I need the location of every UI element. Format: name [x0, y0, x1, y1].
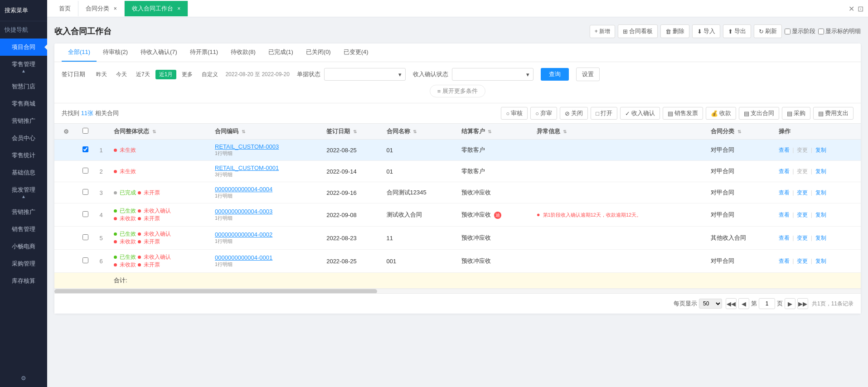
filter-tab-all[interactable]: 全部(11)	[62, 44, 97, 62]
contract-code-link-4[interactable]: 0000000000004-0003	[215, 208, 272, 215]
row-checkbox-3[interactable]	[82, 189, 88, 195]
close-button[interactable]: ⊘ 关闭	[560, 107, 588, 120]
sidebar-item-sales-mgmt[interactable]: 销售管理	[0, 221, 47, 238]
op-view-1[interactable]: 查看	[779, 147, 790, 153]
page-number-input[interactable]	[759, 298, 775, 309]
contract-code-link-5[interactable]: 0000000000004-0002	[215, 231, 272, 238]
sidebar-item-purchase[interactable]: 采购管理	[0, 255, 47, 272]
th-contract-name[interactable]: 合同名称 ⇅	[382, 124, 457, 140]
th-sign-date[interactable]: 签订日期 ⇅	[322, 124, 382, 140]
op-copy-1[interactable]: 复制	[815, 147, 826, 153]
doc-status-select[interactable]: ▾	[324, 68, 406, 81]
export-button[interactable]: ⬆ 导出	[723, 24, 751, 38]
sidebar-item-marketing[interactable]: 营销推广	[0, 112, 47, 130]
sidebar-item-retail[interactable]: 零售管理 ▲	[0, 56, 47, 78]
op-view-5[interactable]: 查看	[779, 235, 790, 241]
th-contract-type[interactable]: 合同分类 ⇅	[706, 124, 774, 140]
sidebar-item-retail-stats[interactable]: 零售统计	[0, 147, 47, 164]
tab-home[interactable]: 首页	[52, 1, 78, 16]
sidebar-item-marketing2[interactable]: 营销推广	[0, 203, 47, 221]
th-customer[interactable]: 结算客户 ⇅	[457, 124, 532, 140]
op-copy-5[interactable]: 复制	[815, 235, 826, 241]
show-detail-checkbox[interactable]: 显示标的明细	[818, 27, 861, 35]
search-menu[interactable]: 搜索菜单	[0, 0, 47, 21]
expense-out-button[interactable]: ▤ 费用支出	[813, 107, 853, 120]
filter-tab-pending-invoice[interactable]: 待开票(11)	[184, 44, 224, 62]
sidebar-item-member[interactable]: 会员中心	[0, 130, 47, 147]
op-change-5[interactable]: 变更	[797, 235, 808, 241]
sidebar-item-smart-store[interactable]: 智慧门店	[0, 78, 47, 95]
show-stage-checkbox[interactable]: 显示阶段	[785, 27, 815, 35]
th-abnormal[interactable]: 异常信息 ⇅	[532, 124, 706, 140]
quick-nav[interactable]: 快捷导航	[0, 21, 47, 39]
date-btn-last7[interactable]: 近7天	[132, 70, 154, 79]
purchase-button[interactable]: ▤ 采购	[782, 107, 810, 120]
query-button[interactable]: 查询	[541, 68, 569, 81]
op-change-2[interactable]: 变更	[797, 168, 808, 174]
th-overall-status[interactable]: 合同整体状态 ⇅	[109, 124, 210, 140]
select-all-checkbox[interactable]	[82, 128, 88, 134]
filter-tab-pending-payment[interactable]: 待收款(8)	[224, 44, 262, 62]
board-button[interactable]: ⊞ 合同看板	[618, 24, 658, 38]
income-confirm-button[interactable]: ✓ 收入确认	[620, 107, 660, 120]
sidebar-item-ecom[interactable]: 小畅电商	[0, 238, 47, 255]
row-checkbox-6[interactable]	[82, 257, 88, 263]
date-btn-custom[interactable]: 自定义	[198, 70, 222, 79]
op-view-6[interactable]: 查看	[779, 258, 790, 264]
refresh-button[interactable]: ↻ 刷新	[754, 24, 782, 38]
filter-tab-pending-review[interactable]: 待审核(2)	[97, 44, 134, 62]
show-stage-input[interactable]	[785, 29, 790, 34]
sidebar-item-project[interactable]: 项目合同	[0, 39, 47, 56]
income-confirm-select[interactable]: ▾	[452, 68, 533, 81]
filter-tab-completed[interactable]: 已完成(1)	[262, 44, 300, 62]
settings-icon[interactable]: ⚙	[0, 369, 47, 387]
op-change-3[interactable]: 变更	[797, 189, 808, 196]
new-button[interactable]: + 新增	[590, 25, 615, 38]
op-view-4[interactable]: 查看	[779, 212, 790, 218]
window-close-icon[interactable]: ✕	[849, 4, 854, 13]
last-page-button[interactable]: ▶▶	[797, 298, 808, 309]
setting-button[interactable]: 设置	[576, 68, 600, 81]
tab-contract-cat-close[interactable]: ×	[114, 5, 117, 12]
op-copy-4[interactable]: 复制	[815, 212, 826, 218]
op-change-6[interactable]: 变更	[797, 258, 808, 264]
abandon-button[interactable]: ○ 弃审	[530, 107, 557, 120]
op-change-4[interactable]: 变更	[797, 212, 808, 218]
sidebar-item-inventory[interactable]: 库存核算	[0, 272, 47, 290]
table-scroll-container[interactable]: ⚙ 合同整体状态 ⇅ 合同编码	[54, 124, 861, 289]
sidebar-item-retail-mall[interactable]: 零售商城	[0, 95, 47, 112]
collect-button[interactable]: 💰 收款	[706, 107, 736, 120]
tab-contract-cat[interactable]: 合同分类 ×	[78, 1, 125, 16]
horizontal-scrollbar[interactable]	[54, 289, 861, 293]
page-size-select-input[interactable]: 50 100 200	[699, 299, 722, 309]
review-button[interactable]: ○ 审核	[501, 107, 528, 120]
op-view-2[interactable]: 查看	[779, 168, 790, 174]
row-checkbox-2[interactable]	[82, 168, 88, 174]
date-btn-yesterday[interactable]: 昨天	[92, 70, 111, 79]
op-copy-6[interactable]: 复制	[815, 258, 826, 264]
show-detail-input[interactable]	[818, 29, 824, 34]
tab-income-contract[interactable]: 收入合同工作台 ×	[125, 1, 189, 16]
sidebar-item-wholesale[interactable]: 批发管理 ▲	[0, 181, 47, 203]
op-copy-2[interactable]: 复制	[815, 168, 826, 174]
out-contract-button[interactable]: ▤ 支出合同	[739, 107, 779, 120]
sidebar-item-basic-info[interactable]: 基础信息	[0, 164, 47, 181]
date-btn-today[interactable]: 今天	[112, 70, 131, 79]
delete-button[interactable]: 🗑 删除	[660, 24, 689, 38]
expand-more-button[interactable]: ≡ 展开更多条件	[430, 85, 486, 97]
op-view-3[interactable]: 查看	[779, 189, 790, 196]
date-btn-more[interactable]: 更多	[178, 70, 196, 79]
op-copy-3[interactable]: 复制	[815, 189, 826, 196]
first-page-button[interactable]: ◀◀	[726, 298, 737, 309]
contract-code-link-6[interactable]: 0000000000004-0001	[215, 254, 272, 261]
date-btn-last1month[interactable]: 近1月	[155, 70, 177, 79]
row-checkbox-5[interactable]	[82, 234, 88, 240]
import-button[interactable]: ⬇ 导入	[692, 24, 720, 38]
open-button[interactable]: □ 打开	[591, 107, 617, 120]
op-change-1[interactable]: 变更	[797, 147, 808, 153]
filter-tab-pending-confirm[interactable]: 待收入确认(7)	[134, 44, 184, 62]
next-page-button[interactable]: ▶	[785, 298, 795, 309]
th-contract-code[interactable]: 合同编码 ⇅	[210, 124, 322, 140]
row-checkbox-1[interactable]	[82, 146, 88, 152]
tab-income-contract-close[interactable]: ×	[177, 5, 180, 12]
